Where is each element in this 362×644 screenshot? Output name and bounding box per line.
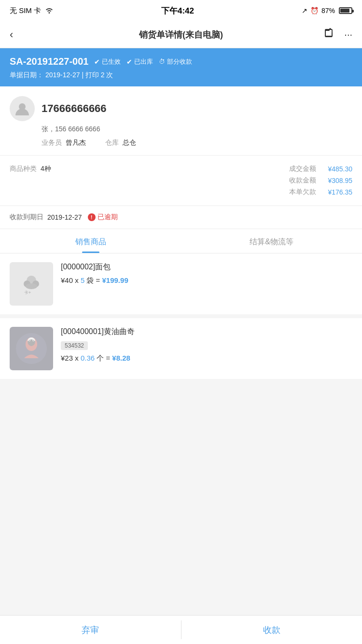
stats-section: 商品种类 4种 成交金额 ¥485.30 收款金额 ¥308.95 本单欠款 ¥… [0,156,362,205]
order-id: SA-20191227-001 [10,56,88,67]
due-section: 收款到期日 2019-12-27 ! 已逾期 [0,206,362,228]
product-qty-0: 5 [81,276,84,284]
order-id-row: SA-20191227-001 ✔ 已生效 ✔ 已出库 ⏱ 部分收款 [10,56,352,67]
deal-value: ¥485.30 [328,165,352,173]
order-date: 2019-12-27 [45,71,80,79]
kind-value: 4种 [41,165,51,172]
page-title: 销货单详情(来自电脑) [139,29,223,41]
product-total-1: ¥8.28 [112,354,130,362]
warehouse-name: 总仓 [123,139,136,147]
table-row: [000400001]黄油曲奇 534532 ¥23 x 0.36 个 = ¥8… [0,318,362,379]
nav-bar: ‹ 销货单详情(来自电脑) ··· [0,21,362,48]
product-price-row-1: ¥23 x 0.36 个 = ¥8.28 [61,354,352,363]
overdue-badge: ! 已逾期 [88,213,118,222]
sales-meta: 业务员 曾凡杰 [42,139,86,147]
carrier-text: 无 SIM 卡 [10,6,41,15]
sales-name: 曾凡杰 [66,139,86,147]
product-list: 卡+ [0000002]面包 ¥40 x 5 袋 = ¥199.99 [0,253,362,379]
product-info-0: [0000002]面包 ¥40 x 5 袋 = ¥199.99 [61,262,352,285]
owed-value: ¥176.35 [328,188,352,196]
deal-label: 成交金额 [289,165,316,173]
stats-right: 成交金额 ¥485.30 收款金额 ¥308.95 本单欠款 ¥176.35 [289,165,352,196]
product-total-0: ¥199.99 [102,276,128,284]
status-time: 下午4:42 [161,5,194,16]
product-sku-1: 534532 [61,341,88,350]
share-icon[interactable] [324,28,334,41]
cancel-button[interactable]: 弃审 [0,616,181,644]
product-name-0: [0000002]面包 [61,262,352,272]
battery-percent: 87% [321,7,335,14]
badge-activated: ✔ 已生效 [94,57,121,66]
product-name-1: [000400001]黄油曲奇 [61,327,352,337]
collected-value: ¥308.95 [328,177,352,184]
nav-right-actions: ··· [324,28,352,41]
svg-point-5 [26,283,37,289]
badge-out-stock: ✔ 已出库 [126,57,153,66]
badge-partial-payment: ⏱ 部分收款 [159,57,192,66]
status-right: ↗ ⏰ 87% [302,7,352,14]
bottom-actions: 弃审 收款 [0,615,362,644]
customer-row: 17666666666 [10,96,352,121]
product-unit-0: 袋 [86,276,94,284]
overdue-dot-icon: ! [88,213,96,221]
product-thumbnail-1 [10,327,53,370]
stats-left: 商品种类 4种 [10,165,51,173]
product-info-1: [000400001]黄油曲奇 534532 ¥23 x 0.36 个 = ¥8… [61,327,352,363]
warehouse-label: 仓库 [105,139,119,147]
order-date-row: 单据日期： 2019-12-27 | 打印 2 次 [10,71,352,80]
header-banner: SA-20191227-001 ✔ 已生效 ✔ 已出库 ⏱ 部分收款 单据日期：… [0,48,362,86]
collected-amount-row: 收款金额 ¥308.95 [289,176,352,185]
collected-label: 收款金额 [289,176,316,185]
svg-point-13 [29,340,30,341]
tab-settlement-logistics[interactable]: 结算&物流等 [181,229,362,253]
owed-amount-row: 本单欠款 ¥176.35 [289,188,352,196]
sales-label: 业务员 [42,139,62,147]
product-qty-1: 0.36 [81,354,95,362]
date-label: 单据日期： [10,71,43,79]
kind-label: 商品种类 [10,165,37,172]
due-date: 2019-12-27 [47,213,82,221]
product-unit-1: 个 [97,354,104,362]
table-row: 卡+ [0000002]面包 ¥40 x 5 袋 = ¥199.99 [0,253,362,314]
owed-label: 本单欠款 [289,188,316,196]
print-info: | 打印 2 次 [82,71,113,79]
product-thumbnail-0: 卡+ [10,262,53,306]
status-bar: 无 SIM 卡 下午4:42 ↗ ⏰ 87% [0,0,362,21]
tab-sales-goods[interactable]: 销售商品 [0,229,181,253]
overdue-text: 已逾期 [97,213,118,222]
warehouse-meta: 仓库 总仓 [105,139,136,147]
deal-amount-row: 成交金额 ¥485.30 [289,165,352,173]
more-icon[interactable]: ··· [344,29,352,40]
product-price-base-0: ¥40 [61,276,73,284]
confirm-button[interactable]: 收款 [181,616,362,644]
avatar [10,96,35,121]
alarm-icon: ⏰ [310,7,319,14]
product-price-row-0: ¥40 x 5 袋 = ¥199.99 [61,276,352,285]
wifi-icon [45,7,54,15]
location-icon: ↗ [302,7,307,14]
customer-meta: 业务员 曾凡杰 仓库 总仓 [10,139,352,147]
product-price-base-1: ¥23 [61,354,73,362]
back-button[interactable]: ‹ [6,25,17,45]
status-left: 无 SIM 卡 [10,6,54,15]
customer-sub-info: 张，156 6666 6666 [10,125,352,134]
customer-phone: 17666666666 [42,102,107,115]
due-label: 收款到期日 [10,213,43,222]
battery-bar [339,7,352,14]
svg-point-14 [33,340,34,341]
tabs-section: 销售商品 结算&物流等 [0,229,362,253]
svg-text:卡+: 卡+ [24,290,31,295]
customer-section: 17666666666 张，156 6666 6666 业务员 曾凡杰 仓库 总… [0,86,362,155]
